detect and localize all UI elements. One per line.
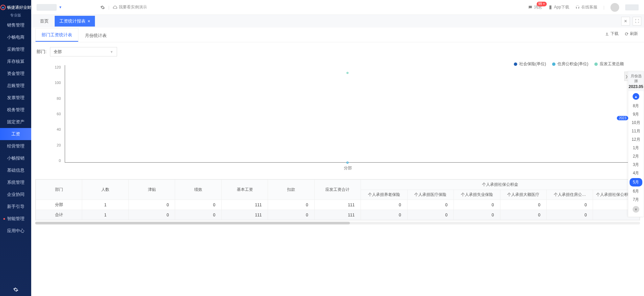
tab-home[interactable]: 首页 (35, 16, 53, 27)
sidebar-item-2[interactable]: 采购管理 (0, 43, 31, 55)
month-option[interactable]: 2月 (628, 152, 644, 161)
sidebar-item-16[interactable]: 智能管理 (0, 213, 31, 225)
sidebar-item-7[interactable]: 税务管理 (0, 104, 31, 116)
month-option[interactable]: 11月 (628, 127, 644, 135)
sidebar-item-3[interactable]: 库存核算 (0, 55, 31, 68)
y-axis: 120100806040200 (55, 65, 61, 163)
x-axis-label: 分部 (65, 165, 631, 171)
subcol-4: 个人承担住房公… (546, 190, 593, 200)
sidebar-item-14[interactable]: 企业协同 (0, 188, 31, 201)
horizontal-scrollbar[interactable] (35, 222, 640, 224)
y-tick: 0 (59, 159, 61, 163)
subcol-2: 个人承担失业保险 (454, 190, 500, 200)
month-panel-title: 月份选择 (628, 72, 644, 84)
sidebar-item-6[interactable]: 发票管理 (0, 92, 31, 104)
subcol-0: 个人承担养老保险 (361, 190, 407, 200)
col-perf: 绩效 (175, 180, 221, 200)
data-point (346, 72, 348, 74)
month-option[interactable]: 5月 (630, 178, 642, 186)
tab-dept-stats[interactable]: 部门工资统计表 (35, 28, 78, 42)
table-row: 合计1001110111000000 (36, 210, 640, 220)
chart: 社会保险(单位)住房公积金(单位)应发工资总额 120100806040200 … (31, 61, 644, 171)
plot-area (65, 65, 631, 163)
year-pill: 2023 (617, 116, 628, 120)
org-settings-button[interactable] (100, 5, 105, 10)
scrollbar-thumb[interactable] (35, 222, 350, 224)
gear-icon (100, 5, 105, 10)
dept-filter-label: 部门: (37, 49, 47, 55)
y-tick: 120 (55, 65, 61, 69)
month-option[interactable]: 9月 (628, 110, 644, 119)
brand-name: 畅捷通好业财 (7, 5, 31, 10)
month-option[interactable]: 8月 (628, 102, 644, 110)
month-scroll-up-button[interactable]: ▲ (633, 93, 639, 100)
month-option[interactable]: 1月 (628, 144, 644, 152)
sidebar-item-4[interactable]: 资金管理 (0, 68, 31, 80)
cloud-icon (113, 5, 117, 10)
table-row: 分部1001110111000000 (36, 200, 640, 210)
col-group: 个人承担社保公积金 (361, 180, 640, 190)
org-selector[interactable]: ▼ (37, 4, 97, 11)
month-selector-panel: ❯ 月份选择 2023.05 ▲ 8月9月10月11月12月1月2月3月4月5月… (628, 71, 644, 217)
avatar[interactable] (610, 3, 619, 12)
settings-button[interactable] (0, 284, 31, 296)
app-download-button[interactable]: App下载 (548, 4, 569, 10)
tab-salary-report[interactable]: 工资统计报表 × (55, 16, 95, 27)
chevron-down-icon: ▼ (59, 5, 62, 9)
sidebar-item-15[interactable]: 新手引导 (0, 201, 31, 213)
sidebar-item-10[interactable]: 经营管理 (0, 140, 31, 152)
col-base: 基本工资 (221, 180, 268, 200)
demo-link[interactable]: 我要看实例演示 (113, 4, 147, 10)
sidebar: 畅捷通好业财 专业版 销售管理小畅电商采购管理库存核算资金管理总账管理发票管理税… (0, 0, 31, 296)
refresh-button[interactable]: 刷新 (625, 31, 638, 37)
sidebar-item-12[interactable]: 基础信息 (0, 164, 31, 176)
close-icon[interactable]: × (88, 19, 90, 24)
sidebar-item-1[interactable]: 小畅电商 (0, 31, 31, 43)
org-name-masked (37, 4, 57, 11)
online-service-button[interactable]: 在线客服 (575, 4, 597, 10)
chevron-down-icon: ▼ (110, 50, 113, 54)
month-option[interactable]: 12月 (628, 135, 644, 144)
tab-month-stats[interactable]: 月份统计表 (78, 29, 113, 42)
sidebar-item-13[interactable]: 系统管理 (0, 176, 31, 188)
fullscreen-button[interactable]: ⛶ (633, 17, 641, 26)
data-point (346, 162, 348, 164)
y-tick: 20 (57, 143, 61, 147)
month-panel-selected: 2023.05 (628, 84, 644, 91)
col-count: 人数 (82, 180, 128, 200)
close-all-tabs-button[interactable]: ✕ (621, 17, 630, 26)
messages-button[interactable]: 消息 99 + (528, 4, 542, 10)
sidebar-item-8[interactable]: 固定资产 (0, 116, 31, 128)
headset-icon (575, 5, 580, 10)
user-name-masked (625, 4, 639, 10)
subcol-3: 个人承担大额医疗 (500, 190, 546, 200)
month-scroll-down-button[interactable]: ▼ (633, 206, 639, 213)
sidebar-menu: 销售管理小畅电商采购管理库存核算资金管理总账管理发票管理税务管理固定资产工资经营… (0, 19, 31, 284)
sidebar-item-0[interactable]: 销售管理 (0, 19, 31, 31)
brand-logo-icon (0, 5, 6, 10)
y-tick: 100 (55, 81, 61, 85)
col-deduct: 扣款 (268, 180, 314, 200)
sidebar-item-11[interactable]: 小畅报销 (0, 152, 31, 164)
messages-badge: 99 + (537, 2, 547, 6)
month-option[interactable]: 6月 (628, 187, 644, 196)
data-table: 部门人数津贴绩效基本工资扣款应发工资合计个人承担社保公积金个人承担养老保险个人承… (35, 179, 640, 220)
month-option[interactable]: 10月 (628, 119, 644, 127)
y-tick: 40 (57, 127, 61, 131)
sidebar-item-17[interactable]: 应用中心 (0, 225, 31, 237)
report-tabs: 部门工资统计表 月份统计表 下载 刷新 (31, 28, 644, 42)
y-tick: 80 (57, 96, 61, 100)
collapse-month-panel-button[interactable]: ❯ (624, 72, 628, 81)
brand-edition: 专业版 (0, 13, 31, 18)
mobile-icon (548, 5, 553, 10)
month-option[interactable]: 7月 (628, 196, 644, 204)
col-payable: 应发工资合计 (314, 180, 361, 200)
notification-dot-icon (3, 218, 5, 220)
month-option[interactable]: 4月 (628, 169, 644, 177)
download-button[interactable]: 下载 (605, 31, 619, 37)
month-option[interactable]: 3月 (628, 161, 644, 169)
sidebar-item-9[interactable]: 工资 (0, 128, 31, 140)
dept-select[interactable]: 全部 ▼ (50, 47, 117, 56)
col-allowance: 津贴 (128, 180, 175, 200)
sidebar-item-5[interactable]: 总账管理 (0, 80, 31, 92)
